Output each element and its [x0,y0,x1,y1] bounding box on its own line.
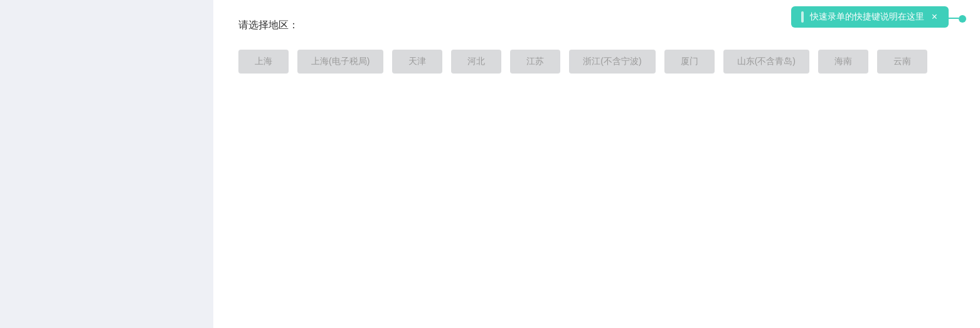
region-button-tianjin[interactable]: 天津 [392,50,442,74]
region-button-shanghai-etax[interactable]: 上海(电子税局) [297,50,383,74]
region-button-shanghai[interactable]: 上海 [238,50,289,74]
main-content: 请选择地区： 上海上海(电子税局)天津河北江苏浙江(不含宁波)厦门山东(不含青岛… [213,0,980,328]
region-button-hainan[interactable]: 海南 [818,50,868,74]
tooltip-banner: 快速录单的快捷键说明在这里 × [791,6,949,28]
region-button-zhejiang[interactable]: 浙江(不含宁波) [569,50,655,74]
region-button-shandong[interactable]: 山东(不含青岛) [723,50,809,74]
region-button-yunnan[interactable]: 云南 [877,50,927,74]
tooltip-connector-line [947,18,959,19]
region-button-hebei[interactable]: 河北 [451,50,501,74]
region-button-jiangsu[interactable]: 江苏 [510,50,560,74]
tooltip-connector-dot [959,15,966,23]
tooltip-bar [801,11,804,23]
tooltip-text: 快速录单的快捷键说明在这里 [810,11,924,23]
tooltip-close-button[interactable]: × [930,12,939,22]
region-buttons: 上海上海(电子税局)天津河北江苏浙江(不含宁波)厦门山东(不含青岛)海南云南 [238,50,955,74]
left-sidebar [0,0,213,328]
region-button-xiamen[interactable]: 厦门 [664,50,715,74]
